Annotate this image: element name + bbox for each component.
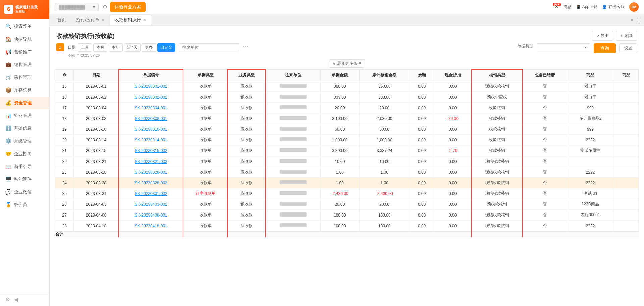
- sidebar-item-search[interactable]: 🔍 搜索菜单: [0, 20, 49, 33]
- tab-receipt-exec-close[interactable]: ✕: [143, 18, 146, 22]
- company-dropdown[interactable]: ▓▓▓▓▓▓▓▓▓ ▾: [55, 3, 99, 11]
- sidebar-item-sales[interactable]: 💼 销售管理: [0, 58, 49, 71]
- gear-settings-icon[interactable]: ⚙: [63, 73, 66, 77]
- sidebar-item-purchase[interactable]: 🛒 采购管理: [0, 71, 49, 84]
- cell-cum-amount: -2,430.00: [359, 188, 410, 199]
- sidebar-logo[interactable]: 6 畅康道好生意 标推版: [0, 0, 49, 19]
- sidebar-item-system[interactable]: ⚙️ 系统管理: [0, 135, 49, 147]
- table-row[interactable]: 25 2023-03-31 SK-20230331-002 红字收款单 应收款 …: [55, 188, 639, 199]
- sn-link[interactable]: SK-20230308-001: [135, 116, 167, 121]
- user-avatar[interactable]: Rit: [629, 2, 639, 12]
- sn-link[interactable]: SK-20230331-002: [135, 191, 167, 196]
- tab-pre-payable-close[interactable]: ✕: [101, 18, 105, 22]
- sn-link[interactable]: SK-20230302-002: [135, 95, 167, 100]
- table-row[interactable]: 26 2023-04-03 SK-20230403-002 收款单 预收款 20…: [55, 199, 639, 210]
- app-download-link[interactable]: 📱 App下载: [576, 4, 597, 10]
- query-button[interactable]: 查询: [594, 43, 616, 53]
- more-button[interactable]: 更多: [142, 43, 156, 52]
- cell-biz-type: 应收款: [228, 188, 266, 199]
- company-dropdown-text: ▓▓▓▓▓▓▓▓▓: [59, 5, 92, 9]
- messages-link[interactable]: 消息: [563, 4, 571, 10]
- cell-cash-discount: 0.00: [434, 81, 472, 92]
- cell-biz-type: 应收款: [228, 156, 266, 167]
- col-header-settled: 包含已结清: [523, 69, 567, 81]
- cell-no: 23: [55, 167, 74, 178]
- refresh-button[interactable]: ↻ 刷新: [616, 31, 637, 41]
- type-select[interactable]: ▾: [537, 43, 590, 51]
- sn-link[interactable]: SK-20230328-002: [135, 181, 167, 185]
- custom-button[interactable]: 自定义: [157, 43, 175, 52]
- table-footer-row: 合计: [55, 231, 639, 237]
- cell-settled: 否: [523, 210, 567, 221]
- cell-nuke-type: 收款核销: [472, 145, 523, 156]
- table-row[interactable]: 24 2023-03-28 SK-20230328-002 收款单 应收款 1.…: [55, 178, 639, 188]
- expand-more-button[interactable]: ∨ 展开更多条件: [329, 59, 365, 68]
- sidebar-item-quicknav[interactable]: 🏠 快捷导航: [0, 33, 49, 46]
- sidebar-item-marketing[interactable]: 📢 营销推广: [0, 46, 49, 58]
- table-row[interactable]: 17 2023-03-04 SK-20230304-001 收款单 应收款 20…: [55, 103, 639, 113]
- settings-bottom-icon[interactable]: ⚙: [5, 296, 10, 303]
- sn-link[interactable]: SK-20230315-002: [135, 148, 167, 153]
- table-row[interactable]: 16 2023-03-02 SK-20230302-002 收款单 预收款 33…: [55, 92, 639, 103]
- sidebar-item-wechat[interactable]: 💬 企业微信: [0, 186, 49, 198]
- online-service-link[interactable]: 👤 在线客服: [602, 4, 625, 10]
- messages-badge-wrap[interactable]: ✉ 99+: [555, 4, 558, 9]
- cell-cash-discount: 0.00: [434, 135, 472, 145]
- cell-goods: 测试多属性: [567, 145, 614, 156]
- sn-link[interactable]: SK-20230403-002: [135, 202, 167, 207]
- settings-button[interactable]: 设置: [619, 43, 637, 53]
- sn-link[interactable]: SK-20230304-001: [135, 106, 167, 110]
- marketing-icon: 📢: [5, 49, 11, 55]
- sn-link[interactable]: SK-20230418-001: [135, 224, 167, 228]
- unit-input[interactable]: [179, 43, 239, 51]
- sidebar-item-operations[interactable]: 📊 经营管理: [0, 109, 49, 122]
- sidebar-item-inventory[interactable]: 📦 库存核算: [0, 84, 49, 97]
- table-row[interactable]: 22 2023-03-21 SK-20230321-003 收款单 应收款 10…: [55, 156, 639, 167]
- gear-icon[interactable]: ⚙: [103, 4, 107, 10]
- 7days-button[interactable]: 近7天: [124, 43, 141, 52]
- filter-expand-button[interactable]: »: [56, 43, 64, 51]
- this-month-button[interactable]: 本月: [93, 43, 107, 52]
- table-row[interactable]: 27 2023-04-08 SK-20230408-001 收款单 应收款 10…: [55, 210, 639, 221]
- col-header-gear[interactable]: ⚙: [55, 69, 74, 81]
- sidebar-item-hardware[interactable]: 🖥️ 智能硬件: [0, 173, 49, 186]
- table-row[interactable]: 20 2023-03-14 SK-20230314-001 收款单 应收款 1,…: [55, 135, 639, 145]
- this-year-button[interactable]: 本年: [109, 43, 123, 52]
- tab-close-all-icon[interactable]: ✕: [630, 17, 634, 23]
- last-month-button[interactable]: 上月: [78, 43, 92, 52]
- sidebar-item-member[interactable]: 🏅 畅会员: [0, 198, 49, 211]
- cell-nuke-type: 现结收款核销: [472, 210, 523, 221]
- table-row[interactable]: 19 2023-03-10 SK-20230310-001 收款单 应收款 60…: [55, 124, 639, 135]
- export-button[interactable]: ↗ 导出: [592, 31, 613, 41]
- tab-pre-payable-label: 预付/应付单: [76, 17, 99, 23]
- type-filter-label: 单据类型: [517, 43, 533, 49]
- sn-link[interactable]: SK-20230310-001: [135, 127, 167, 132]
- sn-link[interactable]: SK-20230301-002: [135, 84, 167, 89]
- footer-goods2: [614, 231, 639, 237]
- collapse-icon[interactable]: ◀: [14, 296, 18, 303]
- sn-link[interactable]: SK-20230321-003: [135, 159, 167, 164]
- tab-receipt-exec[interactable]: 收款核销执行 ✕: [110, 15, 151, 25]
- industry-solution-button[interactable]: 体验行业方案: [110, 2, 146, 12]
- sidebar-item-finance[interactable]: 💰 资金管理: [0, 97, 49, 109]
- cell-unit: [266, 199, 321, 210]
- table-row[interactable]: 18 2023-03-08 SK-20230308-001 收款单 应收款 2,…: [55, 113, 639, 124]
- table-row[interactable]: 23 2023-03-28 SK-20230328-001 收款单 应收款 1.…: [55, 167, 639, 178]
- table-row[interactable]: 28 2023-04-18 SK-20230418-001 收款单 应收款 10…: [55, 221, 639, 232]
- tab-home[interactable]: 首页: [52, 15, 71, 25]
- sn-link[interactable]: SK-20230328-001: [135, 170, 167, 175]
- table-row[interactable]: 21 2023-03-15 SK-20230315-002 收款单 应收款 3,…: [55, 145, 639, 156]
- tab-expand-icon[interactable]: ⛶: [637, 17, 641, 23]
- data-table-wrap[interactable]: ⚙ 日期 单据编号 单据类型 业务类型 往来单位 单据金额 累计核销金额 余额 …: [50, 69, 644, 306]
- sidebar-item-basic[interactable]: ℹ️ 基础信息: [0, 122, 49, 135]
- cell-unit: [266, 210, 321, 221]
- col-header-unit: 往来单位: [266, 69, 321, 81]
- cell-type: 收款单: [183, 156, 227, 167]
- sn-link[interactable]: SK-20230408-001: [135, 213, 167, 218]
- sidebar-item-corp[interactable]: 🤝 企业协同: [0, 147, 49, 160]
- operations-icon: 📊: [5, 113, 11, 119]
- tab-pre-payable[interactable]: 预付/应付单 ✕: [71, 15, 110, 25]
- sidebar-item-guide[interactable]: 📖 新手引导: [0, 160, 49, 173]
- table-row[interactable]: 15 2023-03-01 SK-20230301-002 收款单 应收款 36…: [55, 81, 639, 92]
- sn-link[interactable]: SK-20230314-001: [135, 138, 167, 142]
